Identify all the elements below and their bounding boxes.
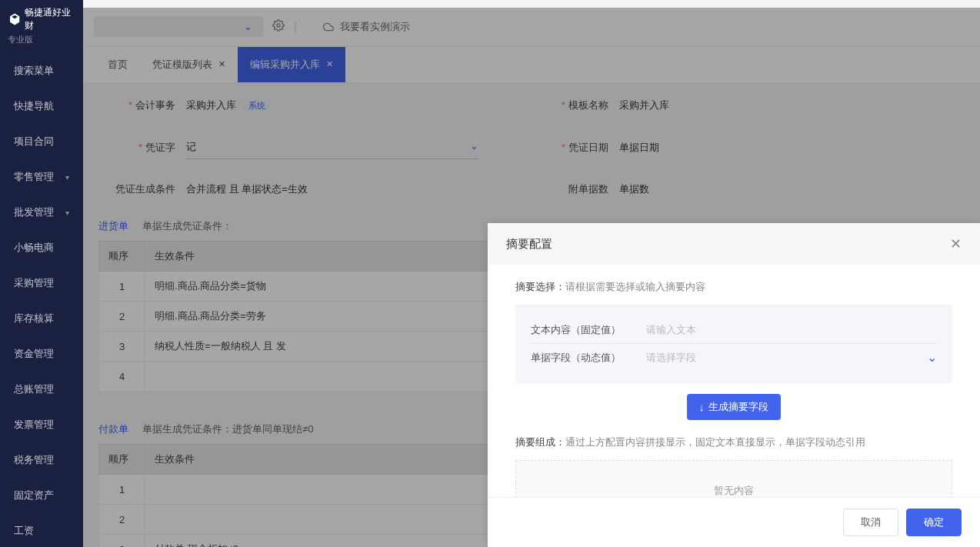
fixed-text-label: 文本内容（固定值）: [531, 323, 646, 337]
sidebar-item-11[interactable]: 税务管理: [0, 442, 83, 478]
logo-icon: [8, 12, 22, 27]
brand-edition: 专业版: [0, 34, 83, 53]
sidebar-item-10[interactable]: 发票管理: [0, 407, 83, 442]
fixed-text-input[interactable]: 请输入文本: [646, 323, 937, 337]
summary-config-modal: 摘要配置 ✕ 摘要选择：请根据需要选择或输入摘要内容 文本内容（固定值） 请输入…: [488, 223, 980, 547]
sidebar-item-13[interactable]: 工资: [0, 513, 83, 547]
dynamic-field-label: 单据字段（动态值）: [531, 351, 646, 365]
sidebar-item-9[interactable]: 总账管理: [0, 372, 83, 407]
sidebar-item-6[interactable]: 采购管理: [0, 265, 83, 301]
sidebar-item-4[interactable]: 批发管理▾: [0, 195, 83, 230]
empty-content: 暂无内容: [515, 460, 952, 497]
chevron-down-icon: ▾: [65, 173, 69, 182]
sidebar-item-1[interactable]: 快捷导航: [0, 88, 83, 124]
brand-name: 畅捷通好业财: [25, 6, 75, 32]
compose-hint-text: 通过上方配置内容拼接显示，固定文本直接显示，单据字段动态引用: [565, 436, 865, 448]
generate-summary-button[interactable]: ↓ 生成摘要字段: [687, 394, 782, 420]
sidebar-item-0[interactable]: 搜索菜单: [0, 53, 83, 88]
cancel-button[interactable]: 取消: [843, 509, 898, 536]
download-icon: ↓: [699, 402, 705, 413]
confirm-button[interactable]: 确定: [906, 509, 962, 536]
sidebar-item-7[interactable]: 库存核算: [0, 301, 83, 336]
dynamic-field-select[interactable]: 请选择字段: [646, 351, 927, 365]
config-box: 文本内容（固定值） 请输入文本 单据字段（动态值） 请选择字段 ⌄: [515, 305, 952, 383]
compose-hint-label: 摘要组成：: [515, 436, 565, 448]
chevron-down-icon: ▾: [65, 208, 69, 217]
select-hint-label: 摘要选择：: [515, 281, 565, 292]
sidebar-item-2[interactable]: 项目合同: [0, 124, 83, 159]
modal-title: 摘要配置: [506, 237, 552, 252]
sidebar-item-12[interactable]: 固定资产: [0, 478, 83, 513]
sidebar: 畅捷通好业财 专业版 搜索菜单快捷导航项目合同零售管理▾批发管理▾小畅电商采购管…: [0, 0, 83, 547]
close-icon[interactable]: ✕: [950, 235, 962, 252]
sidebar-item-5[interactable]: 小畅电商: [0, 230, 83, 265]
sidebar-item-3[interactable]: 零售管理▾: [0, 159, 83, 195]
brand-logo: 畅捷通好业财: [0, 0, 83, 34]
select-hint-text: 请根据需要选择或输入摘要内容: [565, 281, 705, 292]
chevron-down-icon: ⌄: [927, 350, 937, 365]
sidebar-item-8[interactable]: 资金管理: [0, 336, 83, 372]
